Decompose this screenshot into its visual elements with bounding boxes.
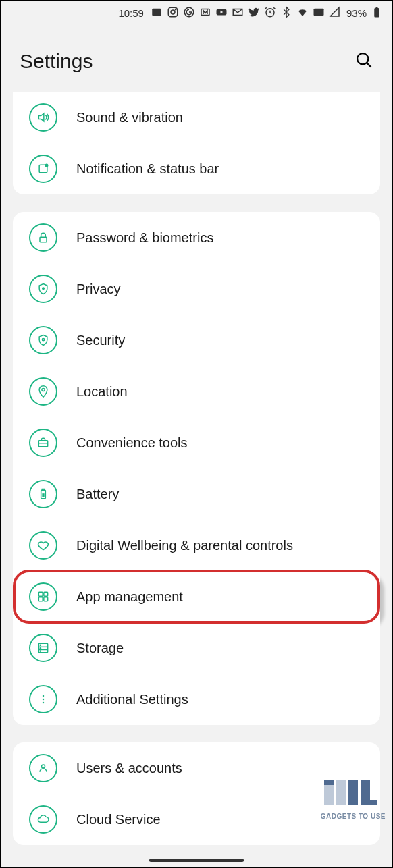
svg-rect-24 xyxy=(44,592,48,596)
svg-rect-25 xyxy=(38,597,43,601)
settings-item-sound[interactable]: Sound & vibration xyxy=(13,92,380,143)
toolbox-icon xyxy=(29,429,57,457)
svg-rect-5 xyxy=(201,9,209,16)
item-label: Security xyxy=(76,333,125,348)
svg-point-14 xyxy=(45,164,49,167)
more-icon xyxy=(29,685,57,713)
sound-icon xyxy=(29,103,57,132)
svg-point-32 xyxy=(40,651,41,651)
privacy-icon xyxy=(29,275,57,303)
settings-group-2: Password & biometrics Privacy Security L… xyxy=(13,212,380,725)
item-label: Additional Settings xyxy=(76,692,188,707)
home-indicator[interactable] xyxy=(149,859,244,862)
settings-item-additional[interactable]: Additional Settings xyxy=(13,674,380,725)
svg-point-11 xyxy=(357,53,368,64)
settings-item-battery[interactable]: Battery xyxy=(13,468,380,520)
m-icon xyxy=(199,6,211,20)
svg-rect-9 xyxy=(374,8,379,18)
svg-point-34 xyxy=(43,699,45,701)
settings-item-storage[interactable]: Storage xyxy=(13,622,380,674)
svg-rect-15 xyxy=(40,237,47,242)
battery-percentage: 93% xyxy=(346,7,367,19)
battery-icon xyxy=(29,480,57,508)
settings-item-app-management[interactable]: App management xyxy=(13,571,380,622)
status-bar: 10:59 93% xyxy=(1,1,392,23)
settings-item-notification[interactable]: Notification & status bar xyxy=(13,143,380,194)
svg-rect-10 xyxy=(376,7,378,9)
message-icon xyxy=(151,6,163,20)
page-title: Settings xyxy=(20,50,93,73)
svg-point-2 xyxy=(171,10,175,14)
apps-icon xyxy=(29,582,57,611)
settings-item-privacy[interactable]: Privacy xyxy=(13,263,380,315)
user-icon xyxy=(29,754,57,782)
youtube-icon xyxy=(215,6,228,20)
svg-rect-21 xyxy=(42,489,44,491)
google-icon xyxy=(183,6,195,20)
settings-item-convenience[interactable]: Convenience tools xyxy=(13,417,380,468)
settings-content: Sound & vibration Notification & status … xyxy=(1,92,392,845)
storage-icon xyxy=(29,634,57,662)
svg-point-3 xyxy=(175,9,176,10)
svg-point-17 xyxy=(42,339,44,341)
settings-group-1: Sound & vibration Notification & status … xyxy=(13,92,380,194)
svg-point-16 xyxy=(43,288,45,290)
heart-icon xyxy=(29,531,57,560)
instagram-icon xyxy=(167,6,179,20)
svg-point-18 xyxy=(42,388,45,391)
battery-icon xyxy=(371,6,383,20)
svg-point-31 xyxy=(40,648,41,649)
watermark-text: GADGETS TO USE xyxy=(321,813,386,820)
svg-rect-38 xyxy=(324,780,334,785)
svg-rect-23 xyxy=(38,592,43,596)
svg-line-12 xyxy=(367,63,371,67)
item-label: Sound & vibration xyxy=(76,110,183,126)
item-label: Privacy xyxy=(76,281,121,297)
item-label: Storage xyxy=(76,641,124,656)
svg-rect-26 xyxy=(44,597,48,601)
shield-icon xyxy=(29,326,57,354)
svg-rect-40 xyxy=(348,780,358,805)
item-label: Battery xyxy=(76,487,119,502)
bluetooth-icon xyxy=(280,6,292,20)
settings-item-wellbeing[interactable]: Digital Wellbeing & parental controls xyxy=(13,520,380,571)
svg-point-36 xyxy=(42,765,45,768)
lock-icon xyxy=(29,223,57,252)
svg-rect-39 xyxy=(336,780,346,805)
svg-rect-42 xyxy=(361,800,377,805)
header: Settings xyxy=(1,23,392,92)
status-time: 10:59 xyxy=(118,7,144,19)
svg-rect-8 xyxy=(313,9,323,16)
watermark: GADGETS TO USE xyxy=(321,776,386,820)
cloud-icon xyxy=(29,805,57,834)
svg-rect-0 xyxy=(152,9,161,16)
item-label: Location xyxy=(76,384,128,400)
settings-item-security[interactable]: Security xyxy=(13,315,380,366)
vowifi-icon xyxy=(313,6,325,20)
item-label: Notification & status bar xyxy=(76,161,219,177)
item-label: Digital Wellbeing & parental controls xyxy=(76,538,293,553)
item-label: Cloud Service xyxy=(76,812,161,828)
item-label: Password & biometrics xyxy=(76,230,213,246)
signal-icon xyxy=(329,6,341,20)
settings-item-password[interactable]: Password & biometrics xyxy=(13,212,380,263)
item-label: Convenience tools xyxy=(76,435,188,451)
gmail-icon xyxy=(232,6,244,20)
settings-item-location[interactable]: Location xyxy=(13,366,380,417)
svg-rect-22 xyxy=(42,493,44,497)
twitter-icon xyxy=(248,6,260,20)
location-icon xyxy=(29,377,57,406)
search-button[interactable] xyxy=(355,51,373,72)
svg-point-35 xyxy=(43,702,45,704)
wifi-icon xyxy=(296,6,309,20)
svg-point-33 xyxy=(43,695,45,697)
notification-icon xyxy=(29,155,57,183)
item-label: App management xyxy=(76,589,183,605)
alarm-icon xyxy=(264,6,276,20)
svg-point-30 xyxy=(40,645,41,645)
item-label: Users & accounts xyxy=(76,761,182,776)
